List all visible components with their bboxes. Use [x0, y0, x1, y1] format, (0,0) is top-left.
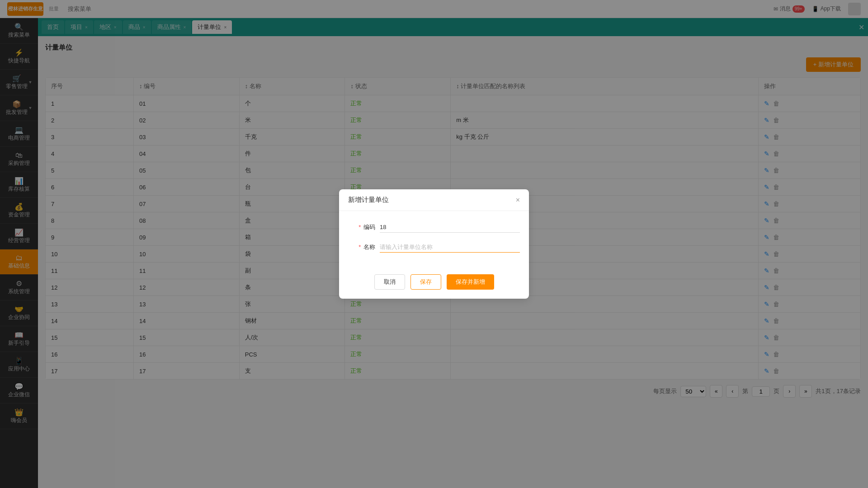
modal-body: * 编码 * 名称: [339, 211, 529, 269]
modal-close-btn[interactable]: ×: [516, 196, 520, 204]
save-button[interactable]: 保存: [410, 274, 441, 290]
modal-overlay[interactable]: 新增计量单位 × * 编码 * 名称 取消 保存 保存并新增: [0, 0, 868, 488]
form-label-name: * 名称: [348, 243, 375, 251]
form-row-code: * 编码: [348, 222, 520, 233]
form-row-name: * 名称: [348, 242, 520, 253]
modal-footer: 取消 保存 保存并新增: [339, 269, 529, 299]
modal-header: 新增计量单位 ×: [339, 189, 529, 211]
add-measure-unit-modal: 新增计量单位 × * 编码 * 名称 取消 保存 保存并新增: [339, 189, 529, 299]
name-input[interactable]: [380, 242, 520, 253]
modal-title: 新增计量单位: [348, 196, 389, 204]
form-label-code: * 编码: [348, 223, 375, 231]
code-input[interactable]: [380, 222, 520, 233]
save-and-new-button[interactable]: 保存并新增: [447, 274, 494, 290]
cancel-button[interactable]: 取消: [374, 274, 405, 290]
